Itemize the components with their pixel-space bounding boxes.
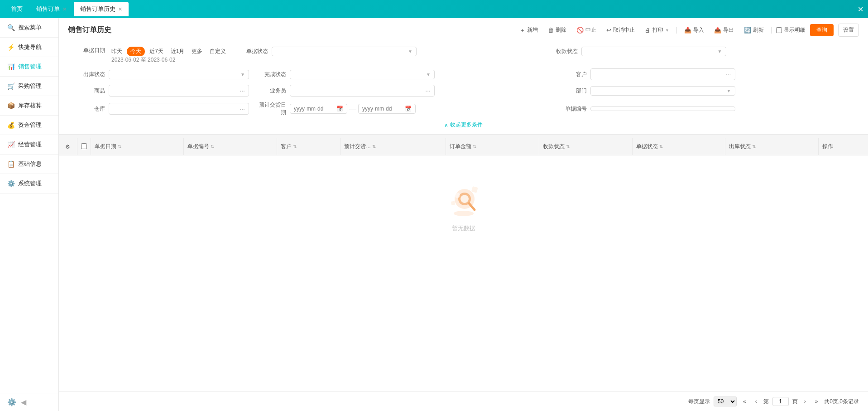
last-page-button[interactable]: » [812,397,821,406]
customer-ellipsis-icon[interactable]: ··· [726,71,731,78]
th-checkbox[interactable] [77,138,91,155]
filter-area: 单据日期 昨天 今天 近7天 近1月 更多 自定义 2023-06-02 至 2… [68,42,859,134]
delivery-date-start-input[interactable] [294,106,335,112]
dept-select[interactable]: ▼ [590,86,735,96]
warehouse-input[interactable]: ··· [109,103,249,115]
collapse-bar[interactable]: ∧ 收起更多条件 [77,118,850,130]
sidebar-item-operations-mgmt-label: 经营管理 [18,140,42,149]
print-button[interactable]: 🖨 打印 ▼ [642,24,672,36]
delivery-date-end-input[interactable] [362,106,403,112]
refresh-button[interactable]: 🔄 刷新 [741,24,767,36]
toolbar-divider-1 [676,27,677,34]
sidebar-item-inventory-calc[interactable]: 📦 库存核算 [0,96,58,116]
empty-text: 暂无数据 [452,224,475,232]
top-bar-tabs: 首页 销售订单 ✕ 销售订单历史 ✕ [5,2,858,16]
prev-page-button[interactable]: ‹ [753,397,760,406]
tab-sales-order-close[interactable]: ✕ [62,6,67,12]
th-order-status[interactable]: 单据状态 ⇅ [632,138,725,155]
import-label: 导入 [693,26,704,34]
page-size-select[interactable]: 50 10 20 100 [714,396,737,406]
show-detail-check[interactable]: 显示明细 [776,26,806,34]
delivery-date-end-group: 📅 [358,104,416,114]
add-button[interactable]: ＋ 新增 [517,24,541,36]
customer-input[interactable]: ··· [590,68,735,80]
filter-cell-order-status: 单据状态 ▼ [240,47,541,56]
tab-sales-order[interactable]: 销售订单 ✕ [30,2,73,16]
delivery-date-start-cal-icon[interactable]: 📅 [336,106,343,112]
sidebar-collapse-icon[interactable]: ◀ [21,398,26,406]
salesperson-ellipsis-icon[interactable]: ··· [425,87,431,94]
sidebar-settings-icon[interactable]: ⚙️ [7,398,16,406]
date-btn-1month[interactable]: 近1月 [168,47,187,56]
delivery-date-end-cal-icon[interactable]: 📅 [405,106,412,112]
goods-ellipsis-icon[interactable]: ··· [240,87,245,94]
show-detail-checkbox[interactable] [776,27,782,33]
select-all-checkbox[interactable] [81,143,87,149]
complete-status-select[interactable]: ▼ [290,70,435,79]
capital-mgmt-icon: 💰 [7,121,14,129]
next-page-button[interactable]: › [801,397,809,406]
th-amount-label: 订单金额 [450,143,471,150]
export-button[interactable]: 📤 导出 [711,24,737,36]
sidebar-item-operations-mgmt[interactable]: 📈 经营管理 [0,135,58,155]
svg-rect-6 [471,186,478,193]
th-settings[interactable]: ⚙ [59,138,77,155]
tab-sales-order-history-close[interactable]: ✕ [118,6,122,12]
customer-label: 客户 [559,71,590,78]
import-button[interactable]: 📥 导入 [681,24,707,36]
th-payment-status[interactable]: 收款状态 ⇅ [539,138,632,155]
sidebar-item-sys-mgmt[interactable]: ⚙️ 系统管理 [0,174,58,193]
filter-cell-order-number: 单据编号 [559,105,850,113]
settings-button[interactable]: 设置 [838,24,859,37]
first-page-button[interactable]: « [740,397,749,406]
refresh-label: 刷新 [753,26,764,34]
sidebar-item-basic-info[interactable]: 📋 基础信息 [0,155,58,174]
settings-label: 设置 [843,26,854,34]
collapse-up-icon: ∧ [444,122,448,128]
date-btn-today[interactable]: 今天 [127,47,145,56]
cancel-stop-button[interactable]: ↩ 取消中止 [604,24,638,36]
sidebar-item-search-menu[interactable]: 🔍 搜索菜单 [0,18,58,38]
out-status-select[interactable]: ▼ [109,70,249,79]
th-delivery-date[interactable]: 预计交货... ⇅ [340,138,446,155]
sidebar-item-quick-nav[interactable]: ⚡ 快捷导航 [0,38,58,57]
th-customer[interactable]: 客户 ⇅ [277,138,340,155]
payment-status-label: 收款状态 [550,48,581,55]
dept-arrow-icon: ▼ [727,88,731,93]
warehouse-label: 仓库 [77,105,109,113]
payment-status-arrow-icon: ▼ [718,49,722,54]
tab-sales-order-history[interactable]: 销售订单历史 ✕ [74,2,129,16]
goods-input[interactable]: ··· [109,85,249,97]
date-btn-7days[interactable]: 近7天 [147,47,166,56]
th-date[interactable]: 单据日期 ⇅ [91,138,184,155]
page-number-input[interactable] [772,397,789,406]
warehouse-ellipsis-icon[interactable]: ··· [240,105,245,112]
th-out-status[interactable]: 出库状态 ⇅ [725,138,819,155]
page-label: 第 [763,398,769,406]
date-btn-more[interactable]: 更多 [189,47,205,56]
th-out-status-sort-icon: ⇅ [752,144,756,149]
salesperson-input[interactable]: ··· [290,85,435,97]
inventory-calc-icon: 📦 [7,102,14,109]
stop-button[interactable]: 🚫 中止 [574,24,599,36]
payment-status-select[interactable]: ▼ [581,47,726,56]
th-amount[interactable]: 订单金额 ⇅ [446,138,539,155]
sidebar-item-capital-mgmt[interactable]: 💰 资金管理 [0,116,58,135]
sidebar-item-sys-mgmt-label: 系统管理 [18,179,42,188]
sidebar-item-purchase-mgmt[interactable]: 🛒 采购管理 [0,77,58,96]
th-number[interactable]: 单据编号 ⇅ [184,138,277,155]
date-btn-custom[interactable]: 自定义 [207,47,229,56]
close-window-icon[interactable]: ✕ [858,5,863,14]
query-button[interactable]: 查询 [810,24,834,36]
filter-cell-customer: 客户 ··· [559,68,850,80]
tab-home[interactable]: 首页 [5,2,29,16]
order-status-select[interactable]: ▼ [272,47,417,56]
delete-button[interactable]: 🗑 删除 [545,24,569,36]
date-btn-yesterday[interactable]: 昨天 [109,47,125,56]
delivery-date-label: 预计交货日期 [258,101,290,116]
settings-icon[interactable]: ⚙ [65,144,70,150]
sidebar-item-sales-mgmt[interactable]: 📊 销售管理 [0,57,58,77]
order-number-input[interactable] [590,106,735,111]
sidebar-item-purchase-mgmt-label: 采购管理 [18,82,42,90]
data-table: ⚙ 单据日期 ⇅ [59,138,868,155]
